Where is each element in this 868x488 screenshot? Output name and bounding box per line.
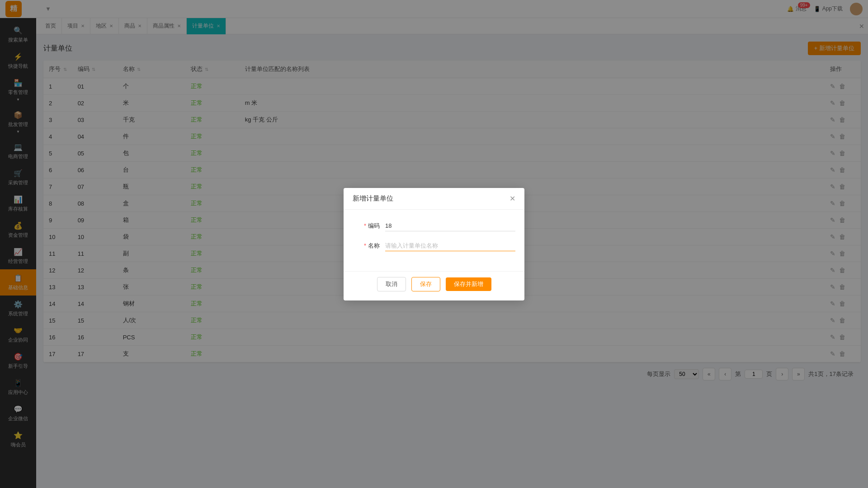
modal-body: *编码 *名称: [344, 210, 524, 271]
modal-overlay: 新增计量单位 ✕ *编码 *名称 取消 保存: [0, 0, 868, 488]
name-label: *名称: [353, 242, 380, 250]
required-indicator2: *: [364, 242, 366, 249]
modal-title: 新增计量单位: [353, 194, 393, 203]
name-input[interactable]: [385, 240, 515, 251]
modal-footer: 取消 保存 保存并新增: [344, 271, 524, 300]
form-row-code: *编码: [353, 221, 515, 231]
code-label: *编码: [353, 222, 380, 230]
required-indicator: *: [364, 222, 366, 229]
modal-close-button[interactable]: ✕: [509, 194, 515, 203]
save-button[interactable]: 保存: [411, 277, 440, 291]
cancel-button[interactable]: 取消: [377, 277, 406, 291]
code-input[interactable]: [385, 221, 515, 231]
app-container: 精 ▼ 🔔 消息 99+ 📱 App下载 🔍 搜索菜单: [0, 0, 868, 488]
form-row-name: *名称: [353, 240, 515, 251]
modal-dialog: 新增计量单位 ✕ *编码 *名称 取消 保存: [344, 188, 524, 300]
save-add-button[interactable]: 保存并新增: [446, 277, 491, 291]
modal-header: 新增计量单位 ✕: [344, 188, 524, 210]
